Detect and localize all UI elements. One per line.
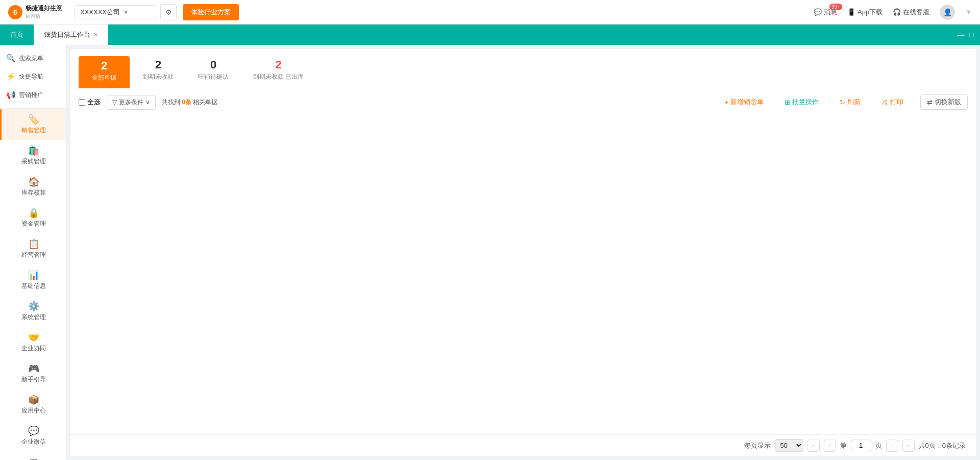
nav-tabs-bar: 首页 钱货日清工作台 ✕ — □ xyxy=(0,25,980,45)
first-page-button[interactable]: « xyxy=(807,440,820,452)
switch-version-button[interactable]: ⇄ 切换新版 xyxy=(920,94,968,110)
app-center-icon: 📦 xyxy=(28,395,39,404)
tab-work[interactable]: 钱货日清工作台 ✕ xyxy=(34,25,108,45)
refresh-button[interactable]: ↻ 刷新 xyxy=(836,95,865,109)
stat-tab-all[interactable]: 2 全部单据 xyxy=(79,56,130,88)
service-icon: 🎧 xyxy=(893,8,901,16)
sidebar-sales-label: 销售管理 xyxy=(21,126,46,135)
last-page-button[interactable]: » xyxy=(902,440,915,452)
filter-arrow-icon: ∨ xyxy=(145,99,150,106)
sidebar-enterprise-label: 企业协同 xyxy=(21,344,46,353)
chevron-down-icon: ▼ xyxy=(965,8,972,16)
app-download-icon: 📱 xyxy=(847,8,855,16)
quick-nav-icon: ⚡ xyxy=(6,72,16,81)
operation-icon: 📋 xyxy=(28,239,39,249)
sidebar-search[interactable]: 🔍 搜索菜单 xyxy=(0,49,66,67)
basic-icon: 📊 xyxy=(28,271,39,280)
logo-area: 6 畅捷通好生意 标准版 xyxy=(8,4,75,20)
guide-icon: 🎮 xyxy=(28,364,39,373)
sidebar-item-basic[interactable]: 📊 基础信息 xyxy=(0,264,66,296)
prev-page-button[interactable]: ‹ xyxy=(824,440,836,452)
sidebar-item-sales[interactable]: 🏷️ 销售管理 xyxy=(0,109,66,140)
sidebar-operation-label: 经营管理 xyxy=(21,251,46,259)
stat-overdue-label: 到期未收款 xyxy=(143,72,174,81)
divider-3 xyxy=(871,98,871,106)
sidebar-item-finance[interactable]: 🔒 资金管理 xyxy=(0,202,66,233)
stat-pending-label: 旺辅待确认 xyxy=(198,72,229,81)
settings-button[interactable]: ⚙ xyxy=(160,4,177,20)
filter-icon: ▽ xyxy=(112,99,117,106)
sidebar-inventory-label: 库存核算 xyxy=(21,188,46,197)
stat-pending-num: 0 xyxy=(210,59,216,70)
content-wrapper: 2 全部单据 2 到期未收款 0 旺辅待确认 2 到期未收款 已出库 xyxy=(70,49,976,456)
stat-tab-overdue[interactable]: 2 到期未收款 xyxy=(131,55,186,89)
print-icon: 🖨 xyxy=(881,99,888,106)
marketing-icon: 📢 xyxy=(6,90,16,100)
logo-icon: 6 xyxy=(8,5,22,19)
company-dropdown-arrow: ▼ xyxy=(123,9,129,15)
minimize-icon[interactable]: — xyxy=(958,31,965,39)
add-order-button[interactable]: + 新增销货单 xyxy=(720,95,768,109)
batch-operation-button[interactable]: ⊞ 批量操作 xyxy=(780,95,823,109)
stat-unshipped-num: 2 xyxy=(276,59,282,70)
select-all-input[interactable] xyxy=(79,99,85,106)
stat-unshipped-label: 到期未收款 已出库 xyxy=(253,72,304,81)
tab-home[interactable]: 首页 xyxy=(0,25,34,45)
switch-label: 切换新版 xyxy=(935,98,961,107)
sidebar-quick-nav-label: 快捷导航 xyxy=(19,72,43,81)
sidebar-item-inventory[interactable]: 🏠 库存核算 xyxy=(0,171,66,202)
sidebar-app-center-label: 应用中心 xyxy=(21,406,46,415)
search-icon: 🔍 xyxy=(6,54,16,63)
select-all-label: 全选 xyxy=(87,98,101,107)
sidebar-weixin-label: 企业微信 xyxy=(21,438,46,446)
sidebar-item-app-center[interactable]: 📦 应用中心 xyxy=(0,389,66,420)
found-prefix: 共找到 xyxy=(162,99,180,106)
next-page-button[interactable]: › xyxy=(886,440,898,452)
sidebar-marketing-label: 营销推广 xyxy=(19,91,43,100)
online-service-button[interactable]: 🎧 在线客服 xyxy=(893,8,929,17)
app-download-label: App下载 xyxy=(857,8,883,17)
avatar[interactable]: 👤 xyxy=(940,5,955,20)
user-dropdown[interactable]: ▼ xyxy=(965,8,972,16)
sidebar-item-weixin[interactable]: 💬 企业微信 xyxy=(0,420,66,451)
stat-tab-pending[interactable]: 0 旺辅待确认 xyxy=(186,55,241,89)
found-suffix: 相关单据 xyxy=(193,99,217,106)
sidebar-item-operation[interactable]: 📋 经营管理 xyxy=(0,233,66,264)
page-label: 第 xyxy=(840,441,847,450)
stat-all-label: 全部单据 xyxy=(92,74,116,82)
stats-tabs: 2 全部单据 2 到期未收款 0 旺辅待确认 2 到期未收款 已出库 xyxy=(70,49,976,89)
company-name: XXXXXX公司 xyxy=(80,8,120,17)
sidebar-quick-nav[interactable]: ⚡ 快捷导航 xyxy=(0,67,66,86)
page-input[interactable] xyxy=(851,440,871,451)
trial-button[interactable]: 体验行业方案 xyxy=(183,4,239,20)
refresh-icon: ↻ xyxy=(840,99,845,106)
tab-work-label: 钱货日清工作台 xyxy=(44,30,90,39)
stat-tab-unshipped[interactable]: 2 到期未收款 已出库 xyxy=(241,55,316,89)
sidebar-item-purchase[interactable]: 🛍️ 采购管理 xyxy=(0,140,66,171)
app-subtitle: 标准版 xyxy=(26,13,62,20)
print-button[interactable]: 🖨 打印 xyxy=(877,95,908,109)
print-label: 打印 xyxy=(890,98,903,107)
sidebar-purchase-label: 采购管理 xyxy=(21,157,46,166)
filter-button[interactable]: ▽ 更多条件 ∨ xyxy=(107,95,156,110)
sidebar-marketing[interactable]: 📢 营销推广 xyxy=(0,86,66,104)
app-download-button[interactable]: 📱 App下载 xyxy=(847,8,883,17)
inventory-icon: 🏠 xyxy=(28,177,39,186)
logo-text: 畅捷通好生意 标准版 xyxy=(26,4,62,20)
nav-tabs-right: — □ xyxy=(958,31,980,39)
message-button[interactable]: 💬 消息 99+ xyxy=(814,8,837,17)
tab-home-label: 首页 xyxy=(10,30,23,39)
app-title: 畅捷通好生意 xyxy=(26,4,62,13)
sidebar-item-system[interactable]: ⚙️ 系统管理 xyxy=(0,296,66,327)
close-tab-icon[interactable]: ✕ xyxy=(93,32,98,38)
sidebar-item-guide[interactable]: 🎮 新手引导 xyxy=(0,358,66,389)
divider-1 xyxy=(774,98,774,106)
per-page-select[interactable]: 50 10 20 100 xyxy=(775,439,803,452)
select-all-checkbox[interactable]: 全选 xyxy=(79,98,101,107)
total-info: 共0页，0条记录 xyxy=(919,441,966,450)
maximize-icon[interactable]: □ xyxy=(970,31,974,39)
sidebar-search-label: 搜索菜单 xyxy=(19,54,43,63)
sidebar-item-member[interactable]: ▽ 畅会员 xyxy=(0,451,66,460)
company-selector[interactable]: XXXXXX公司 ▼ xyxy=(75,5,156,19)
sidebar-item-enterprise[interactable]: 🤝 企业协同 xyxy=(0,327,66,358)
